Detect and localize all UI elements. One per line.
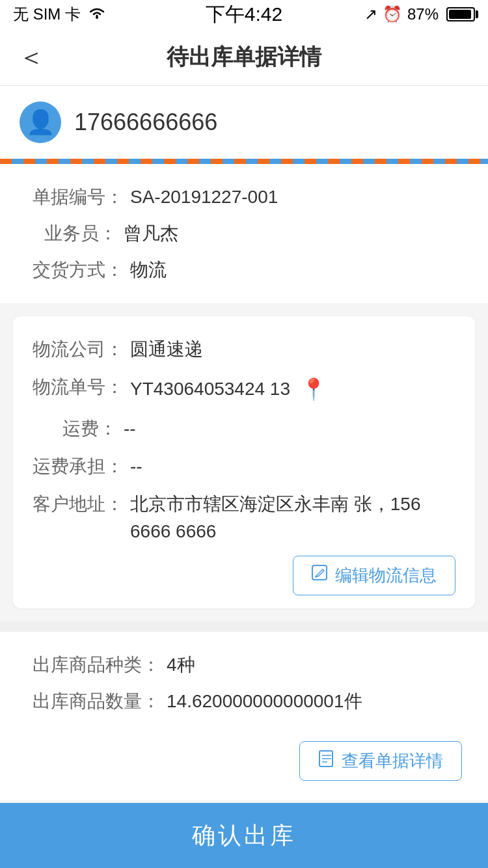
- map-pin-icon[interactable]: 📍: [301, 373, 327, 405]
- page-title: 待出库单据详情: [167, 42, 321, 72]
- status-bar-right: ↗ ⏰ 87%: [364, 5, 475, 23]
- order-number-value: SA-20191227-001: [124, 183, 455, 211]
- status-bar-time: 下午4:42: [206, 1, 282, 28]
- freight-bear-label: 运费承担：: [33, 453, 124, 480]
- confirm-button[interactable]: 确认出库: [0, 803, 488, 868]
- delivery-value: 物流: [124, 256, 455, 284]
- avatar: 👤: [20, 102, 61, 143]
- tracking-number-row: 物流单号： YT43064053424 13 📍: [33, 373, 455, 405]
- staff-row: 业务员： 曾凡杰: [33, 220, 455, 247]
- delivery-label: 交货方式：: [33, 256, 124, 284]
- order-number-label: 单据编号：: [33, 183, 124, 211]
- svg-point-0: [96, 16, 98, 19]
- goods-qty-value: 14.620000000000001件: [160, 688, 455, 715]
- confirm-button-wrap: 确认出库: [0, 803, 488, 868]
- address-value: 北京市市辖区海淀区永丰南 张，156 6666 6666: [124, 491, 455, 545]
- edit-icon: [312, 565, 329, 586]
- freight-bear-value: --: [124, 453, 455, 480]
- status-bar-left: 无 SIM 卡: [13, 4, 107, 25]
- nav-bar: ＜ 待出库单据详情: [0, 29, 488, 86]
- back-button[interactable]: ＜: [18, 39, 44, 75]
- goods-type-value: 4种: [160, 651, 455, 679]
- goods-qty-label: 出库商品数量：: [33, 688, 160, 715]
- freight-value: --: [117, 415, 455, 442]
- status-bar: 无 SIM 卡 下午4:42 ↗ ⏰ 87%: [0, 0, 488, 29]
- delivery-row: 交货方式： 物流: [33, 256, 455, 284]
- goods-type-row: 出库商品种类： 4种: [33, 651, 455, 679]
- view-doc-label: 查看单据详情: [342, 750, 443, 772]
- view-doc-button[interactable]: 查看单据详情: [299, 741, 462, 781]
- view-doc-button-wrap: 查看单据详情: [0, 728, 488, 800]
- logistics-company-row: 物流公司： 圆通速递: [33, 336, 455, 363]
- address-row: 客户地址： 北京市市辖区海淀区永丰南 张，156 6666 6666: [33, 491, 455, 545]
- tracking-value: YT43064053424 13: [124, 375, 290, 403]
- confirm-button-label: 确认出库: [192, 820, 296, 852]
- dashed-separator: [0, 159, 488, 164]
- edit-logistics-label: 编辑物流信息: [335, 564, 437, 587]
- edit-logistics-button-wrap: 编辑物流信息: [33, 556, 455, 595]
- staff-value: 曾凡杰: [117, 220, 455, 247]
- carrier-text: 无 SIM 卡: [13, 4, 81, 25]
- customer-phone: 17666666666: [74, 109, 217, 136]
- freight-label: 运费：: [33, 415, 117, 442]
- document-icon: [318, 750, 335, 772]
- staff-label: 业务员：: [33, 220, 117, 247]
- wifi-icon: [87, 5, 107, 23]
- edit-logistics-button[interactable]: 编辑物流信息: [293, 556, 455, 595]
- address-label: 客户地址：: [33, 491, 124, 518]
- goods-qty-row: 出库商品数量： 14.620000000000001件: [33, 688, 455, 715]
- logistics-company-label: 物流公司：: [33, 336, 124, 363]
- logistics-card: 物流公司： 圆通速递 物流单号： YT43064053424 13 📍 运费： …: [13, 316, 475, 608]
- battery-percent: 87%: [407, 5, 439, 23]
- order-info-section: 单据编号： SA-20191227-001 业务员： 曾凡杰 交货方式： 物流: [0, 164, 488, 303]
- goods-section: 出库商品种类： 4种 出库商品数量： 14.620000000000001件: [0, 632, 488, 728]
- tracking-label: 物流单号：: [33, 373, 124, 401]
- freight-bear-row: 运费承担： --: [33, 453, 455, 480]
- section-divider: [0, 621, 488, 632]
- customer-header: 👤 17666666666: [0, 86, 488, 159]
- battery-icon: [446, 7, 475, 21]
- freight-row: 运费： --: [33, 415, 455, 442]
- location-status-icon: ↗: [364, 5, 377, 23]
- order-number-row: 单据编号： SA-20191227-001: [33, 183, 455, 211]
- alarm-icon: ⏰: [383, 5, 402, 23]
- person-icon: 👤: [26, 109, 55, 136]
- logistics-company-value: 圆通速递: [124, 336, 455, 363]
- goods-type-label: 出库商品种类：: [33, 651, 160, 679]
